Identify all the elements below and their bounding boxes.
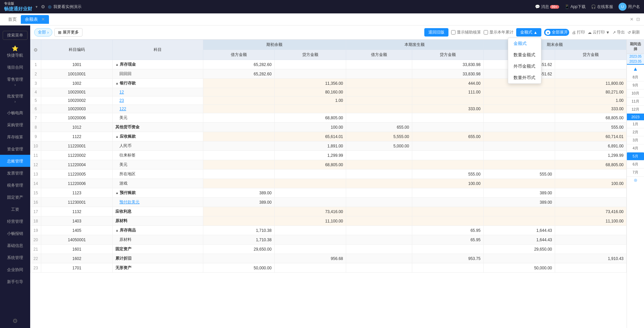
tab-close-icon[interactable]: ✕ [41,17,45,22]
sidebar-settings-icon[interactable]: ⚙ [12,318,18,324]
date-month-9[interactable]: 9月 [627,81,644,89]
date-month-4[interactable]: 4月 [627,144,644,152]
sidebar-item-collab[interactable]: 企业协同 [0,263,30,275]
table-row[interactable]: 1411220006游戏100.00100.00 [31,179,627,188]
sidebar-item-capital[interactable]: 资金管理 [0,143,30,155]
cell-account-name[interactable]: 23 [113,96,203,105]
sidebar-item-inventory[interactable]: 库存核算 [0,131,30,143]
expand-triangle-icon[interactable]: ▲ [115,135,120,138]
sidebar-item-ecommerce[interactable]: 小畅电商 [0,107,30,119]
table-settings-icon[interactable]: ⚙ [34,47,38,53]
cell-opening-credit: 956.68 [274,254,346,263]
date-month-7[interactable]: 7月 [627,169,644,177]
sidebar-item-project[interactable]: 项目合同 [0,61,30,73]
dropdown-item-amount[interactable]: 金额式 [508,38,541,49]
settings-icon[interactable]: ⚙ [41,4,45,9]
search-menu-btn[interactable]: 搜索菜单 [3,31,28,40]
cell-account-name: 回回回 [113,69,203,79]
refresh-btn[interactable]: ↺ 刷新 [628,29,640,35]
sidebar-item-nav[interactable]: ⭐ 快捷导航 [0,43,30,61]
date-month-12[interactable]: 12月 [627,106,644,114]
table-row[interactable]: 151123▲ 预付账款389.00389.00 [31,188,627,198]
expand-more-btn[interactable]: ⊞ 展开更多 [54,28,83,37]
date-month-5-active[interactable]: 5月 [627,152,644,160]
expand-all-toggle[interactable]: ● 全部展开 [544,29,569,36]
cell-account-name[interactable]: 预付款美元 [113,198,203,207]
date-month-6[interactable]: 6月 [627,160,644,169]
sidebar-item-purchase[interactable]: 采购管理 [0,119,30,131]
messages-btn[interactable]: 💬 消息 99+ [535,4,559,10]
user-avatar[interactable]: U 用户名 [619,3,640,11]
date-month-3[interactable]: 3月 [627,136,644,144]
sidebar-item-invoice[interactable]: 发票管理 [0,167,30,179]
date-month-11[interactable]: 11月 [627,97,644,106]
cell-account-name[interactable]: 12 [113,88,203,96]
table-row[interactable]: 81012其他货币资金100.00655.00555.00 [31,123,627,132]
table-row[interactable]: 510020002231.001.00 [31,96,627,105]
sidebar-item-guide[interactable]: 新手引导 [0,275,30,287]
table-row[interactable]: 1111220002往来标签1,299.991,299.99 [31,151,627,160]
date-month-1[interactable]: 1月 [627,120,644,128]
sidebar-item-retail[interactable]: 零售管理 › [0,73,30,90]
cell-period-debit [346,88,412,96]
tab-home[interactable]: 首页 [4,15,21,24]
cell-closing-debit: 1,644.43 [483,235,555,245]
back-old-version-btn[interactable]: 退回旧版 [424,28,448,37]
col-settings[interactable]: ⚙ [31,40,41,60]
table-row[interactable]: 221602累计折旧956.68953.751,910.43 [31,254,627,263]
table-row[interactable]: 91122▲ 应收账款65,614.015,555.00655.0060,714… [31,132,627,141]
expand-triangle-icon[interactable]: ▲ [115,63,120,66]
cell-account-name[interactable]: 122 [113,105,203,113]
cloud-print-btn[interactable]: ☁ 云打印 ▼ [588,29,610,35]
sidebar-item-payroll[interactable]: 工资 [0,203,30,215]
table-row[interactable]: 191405▲ 库存商品1,710.3865.951,644.43 [31,226,627,235]
show-ytd-checkbox[interactable]: 显示本年累计 [484,29,514,35]
demo-link[interactable]: ◎ 我要看实例演示 [48,4,82,10]
show-auxiliary-checkbox[interactable]: 显示辅助核算 [451,29,481,35]
maximize-icon[interactable]: ⊡ [636,17,640,22]
table-row[interactable]: 1311220005所在地区555.00555.00 [31,170,627,179]
dropdown-item-qty-amount[interactable]: 数量金额式 [508,49,541,61]
table-row[interactable]: 211601固定资产29,650.0029,650.00 [31,245,627,254]
table-row[interactable]: 171132应收利息73,416.0073,416.00 [31,207,627,216]
expand-triangle-icon[interactable]: ▲ [115,81,120,85]
all-filter-tag[interactable]: 全部 › [34,28,52,37]
app-download-btn[interactable]: 📱 App下载 [565,4,586,10]
minimize-icon[interactable]: ✕ [630,17,634,22]
cell-closing-credit: 555.00 [555,123,626,132]
tab-balance[interactable]: 余额表 ✕ [21,15,49,24]
date-month-10[interactable]: 10月 [627,89,644,97]
date-nav-up[interactable]: ▲ [627,65,644,73]
date-month-8[interactable]: 8月 [627,73,644,81]
app-dropdown[interactable]: ▼ [35,5,38,9]
dropdown-item-foreign-amount[interactable]: 外币金额式 [508,61,541,72]
table-row[interactable]: 4100200011280,160.00111.0080,271.00 [31,88,627,96]
sidebar-item-management[interactable]: 经营管理 [0,215,30,227]
cell-account-code: 11230001 [41,198,113,207]
sidebar-item-wholesale[interactable]: 批发管理 › [0,90,30,107]
print-btn[interactable]: 🖨 打印 [572,29,585,35]
sidebar-item-tax[interactable]: 税务管理 [0,179,30,191]
table-row[interactable]: 231701无形资产50,000.0050,000.00 [31,263,627,273]
expand-triangle-icon[interactable]: ▲ [115,228,120,232]
sidebar-item-expense[interactable]: 小畅报销 [0,227,30,239]
table-row[interactable]: 710020006美元68,805.0068,805.00 [31,113,627,123]
top-bar-right: 💬 消息 99+ 📱 App下载 🎧 在线客服 U 用户名 [535,3,640,11]
view-mode-btn[interactable]: 金额式 ▲ [516,28,542,37]
sidebar-item-system[interactable]: 系统管理 [0,251,30,263]
sidebar-item-basic[interactable]: 基础信息 [0,239,30,251]
expand-triangle-icon[interactable]: ▲ [115,191,120,195]
sidebar-item-assets[interactable]: 固定资产 [0,191,30,203]
table-row[interactable]: 2014050001原材料1,710.3865.951,644.43 [31,235,627,245]
date-month-2[interactable]: 2月 [627,128,644,136]
sidebar-item-ledger[interactable]: 总账管理 [0,155,30,167]
table-row[interactable]: 1011220001人民币1,891.005,000.006,891.00 [31,141,627,151]
dropdown-item-qty-foreign[interactable]: 数量外币式 [508,72,541,83]
date-collapse-icon[interactable]: ◎ [627,177,644,184]
table-row[interactable]: 610020003122333.00333.00 [31,105,627,113]
table-row[interactable]: 1611230001预付款美元389.00389.00 [31,198,627,207]
export-btn[interactable]: ↗ 导出 [612,29,625,35]
table-row[interactable]: 181403原材料11,100.0011,100.00 [31,216,627,226]
online-service-btn[interactable]: 🎧 在线客服 [591,4,613,10]
table-row[interactable]: 1211220004美元68,805.0068,805.00 [31,160,627,170]
